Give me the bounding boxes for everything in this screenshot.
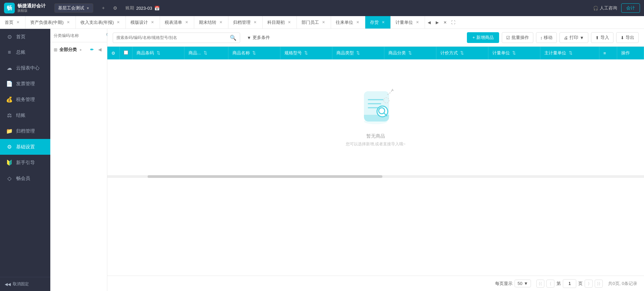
company-selector[interactable]: 基层工会测试 ▼ [54,3,93,13]
tab-tax[interactable]: 税表清单 ✕ [160,16,194,29]
th-pricing[interactable]: 计价方式 ⇅ [436,47,488,59]
all-categories[interactable]: ⊞ 全部分类 ● ✏ ◀ [50,42,107,57]
sort-category-icon[interactable]: ⇅ [408,50,412,55]
th-category[interactable]: 商品分类 ⇅ [384,47,436,59]
next-page-button[interactable]: ⟩ [585,280,593,288]
tab-employee[interactable]: 部门员工 ✕ [297,16,331,29]
tab-partner[interactable]: 往来单位 ✕ [331,16,365,29]
tab-income-close[interactable]: ✕ [116,20,121,25]
tab-bar: 首页 ✕ 资产负债表(中期) ✕ 收入支出表(年报) ✕ 模版设计 ✕ 税表清单… [0,16,644,29]
sort-code-icon[interactable]: ⇅ [204,50,207,55]
th-name-label: 商品名称 [232,50,250,55]
sidebar-item-invoice[interactable]: 📄 发票管理 [0,76,50,92]
horizontal-scrollbar-thumb[interactable] [148,175,382,178]
sort-unit-icon[interactable]: ⇅ [512,50,516,55]
tab-unit-close[interactable]: ✕ [415,20,420,25]
tab-template-label: 模版设计 [130,19,148,26]
sidebar-item-ledger[interactable]: ≡ 总账 [0,45,50,60]
tab-home[interactable]: 首页 ✕ [0,16,25,29]
sort-type-icon[interactable]: ⇅ [356,50,360,55]
th-main-unit[interactable]: 主计量单位 ⇅ [540,47,599,59]
batch-ops-button[interactable]: ☑ 批量操作 [502,32,533,43]
tab-close-all[interactable]: ✕ [441,16,449,29]
tab-income[interactable]: 收入支出表(年报) ✕ [76,16,126,29]
sidebar-item-tax[interactable]: 💰 税务管理 [0,92,50,107]
sidebar-item-reports[interactable]: ☁ 云报表中心 [0,60,50,76]
sort-barcode-icon[interactable]: ⇅ [157,50,160,55]
sidebar-item-member[interactable]: ◇ 畅会员 [0,171,50,186]
th-unit[interactable]: 计量单位 ⇅ [488,47,540,59]
table-container: ⚙ 商品条码 ⇅ 商品... ⇅ [107,47,644,276]
tab-inventory[interactable]: 存货 ✕ [365,16,391,29]
export-label: 导出 [626,35,634,41]
tab-archive[interactable]: 归档管理 ✕ [228,16,263,29]
sort-name-icon[interactable]: ⇅ [252,50,256,55]
tab-subject[interactable]: 科目期初 ✕ [263,16,297,29]
sidebar-item-guide[interactable]: 🔰 新手引导 [0,155,50,171]
tab-home-close[interactable]: ✕ [15,20,20,25]
th-name[interactable]: 商品名称 ⇅ [228,47,280,59]
product-search-bar: 🔍 [113,33,240,43]
page-number-input[interactable] [563,279,576,288]
tab-tax-close[interactable]: ✕ [184,20,189,25]
horizontal-scrollbar-track[interactable] [107,175,644,178]
tab-period-close[interactable]: ✕ [218,20,223,25]
category-edit-icon[interactable]: ✏ [90,47,94,52]
prev-page-button[interactable]: ⟨ [546,280,554,288]
size-select-dropdown[interactable]: 50 ▼ [515,280,531,287]
tab-balance-close[interactable]: ✕ [66,20,71,25]
add-tab-button[interactable]: ＋ [99,3,108,13]
sidebar-item-home[interactable]: ⊙ 首页 [0,29,50,45]
th-barcode[interactable]: 商品条码 ⇅ [132,47,184,59]
tab-subject-label: 科目期初 [267,19,285,26]
more-filter-button[interactable]: ▼ 更多条件 [244,33,273,42]
collapse-button[interactable]: ◀ [96,46,104,54]
settings-icon[interactable]: ⚙ [111,3,120,13]
support-button[interactable]: 🎧 人工咨询 [593,5,617,11]
sidebar-item-settings[interactable]: ⚙ 基础设置 [0,139,50,155]
tab-template-close[interactable]: ✕ [150,20,155,25]
import-button[interactable]: ⬆ 导入 [591,32,613,43]
sort-spec-icon[interactable]: ⇅ [304,50,308,55]
tab-employee-close[interactable]: ✕ [321,20,326,25]
th-extra[interactable]: ≡ [599,47,617,59]
tab-scroll-left[interactable]: ◀ [425,16,433,29]
account-button[interactable]: 会计 [621,3,640,13]
product-search-icon[interactable]: 🔍 [230,35,236,41]
sidebar-item-close[interactable]: ⚖ 结账 [0,107,50,123]
th-gear[interactable]: ⚙ [107,47,120,59]
th-code[interactable]: 商品... ⇅ [184,47,228,59]
member-icon: ◇ [6,175,13,182]
print-button[interactable]: 🖨 打印 ▼ [559,32,588,43]
select-all-checkbox[interactable] [124,50,128,55]
export-button[interactable]: ⬇ 导出 [616,32,639,43]
sidebar-unpin[interactable]: ◀◀ 取消固定 [0,277,50,291]
tab-archive-label: 归档管理 [233,19,251,26]
category-search-input[interactable] [54,33,104,38]
tab-partner-close[interactable]: ✕ [355,20,360,25]
th-checkbox[interactable] [120,47,132,59]
tab-inventory-close[interactable]: ✕ [381,20,386,25]
product-search-input[interactable] [116,35,228,40]
tab-subject-close[interactable]: ✕ [287,20,292,25]
tab-period[interactable]: 期末结转 ✕ [194,16,228,29]
sort-pricing-icon[interactable]: ⇅ [460,50,464,55]
tab-maximize[interactable]: ⛶ [449,16,457,29]
sidebar-item-archive[interactable]: 📁 归档管理 [0,123,50,139]
last-page-button[interactable]: ⟩⟩ [595,280,603,288]
tab-unit[interactable]: 计量单位 ✕ [391,16,425,29]
add-product-button[interactable]: + 新增商品 [467,32,499,43]
export-icon: ⬇ [621,35,624,40]
tab-scroll-right[interactable]: ▶ [433,16,441,29]
tab-balance[interactable]: 资产负债表(中期) ✕ [25,16,76,29]
tab-template[interactable]: 模版设计 ✕ [126,16,160,29]
th-type[interactable]: 商品类型 ⇅ [332,47,384,59]
invoice-icon: 📄 [6,81,13,87]
unpin-label: 取消固定 [13,281,29,287]
move-button[interactable]: ↕ 移动 [536,32,557,43]
tab-archive-close[interactable]: ✕ [253,20,258,25]
sort-main-unit-icon[interactable]: ⇅ [569,50,573,55]
th-spec[interactable]: 规格型号 ⇅ [280,47,332,59]
first-page-button[interactable]: ⟨⟨ [536,280,544,288]
calendar-icon[interactable]: 📅 [154,6,160,11]
